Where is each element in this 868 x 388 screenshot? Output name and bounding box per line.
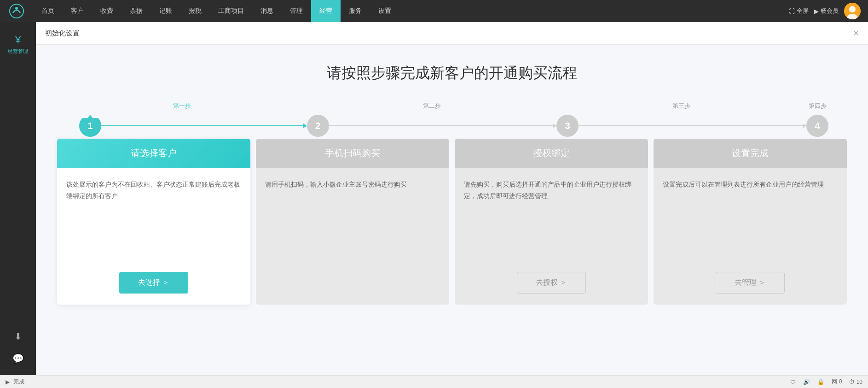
step3-action-button[interactable]: 去授权 ＞ <box>517 272 586 294</box>
download-button[interactable]: ⬇ <box>9 327 27 346</box>
step3-circle: 3 <box>556 115 579 137</box>
nav-invoice[interactable]: 票据 <box>122 0 151 22</box>
left-sidebar: ¥ 经营管理 ⬇ 💬 <box>0 22 36 375</box>
step-card-3: 授权绑定 请先购买，购买后选择开通的产品中的企业用户进行授权绑定，成功后即可进行… <box>455 139 648 305</box>
step-card-4: 设置完成 设置完成后可以在管理列表进行所有企业用户的经营管理 去管理 ＞ <box>654 139 847 305</box>
main-content: 初始化设置 × 请按照步骤完成新客户的开通购买流程 第一步 1 第二步 2 <box>36 22 868 375</box>
play-icon: ▶ <box>814 8 819 15</box>
step4-action-button[interactable]: 去管理 ＞ <box>716 272 785 294</box>
card3-footer: 去授权 ＞ <box>455 272 648 305</box>
nav-business[interactable]: 工商项目 <box>210 0 252 22</box>
top-navigation: 首页 客户 收费 票据 记账 报税 工商项目 消息 管理 经营 服务 设置 ⛶ … <box>0 0 868 22</box>
card3-body: 请先购买，购买后选择开通的产品中的企业用户进行授权绑定，成功后即可进行经营管理 <box>455 168 648 272</box>
download-icon: ⬇ <box>14 331 22 342</box>
step2-label: 第二步 <box>423 102 441 110</box>
nav-manage[interactable]: 管理 <box>282 0 311 22</box>
fullscreen-icon: ⛶ <box>789 8 795 15</box>
card4-header: 设置完成 <box>654 139 847 168</box>
nav-right-actions: ⛶ 全屏 ▶ 畅会员 <box>789 3 861 19</box>
lock-icon: 🔒 <box>817 379 824 385</box>
close-button[interactable]: × <box>853 29 859 38</box>
nav-tax[interactable]: 报税 <box>180 0 210 22</box>
svg-point-1 <box>15 7 18 10</box>
nav-menu: 首页 客户 收费 票据 记账 报税 工商项目 消息 管理 经营 服务 设置 <box>33 0 789 22</box>
app-logo <box>7 2 26 20</box>
shield-icon: 🛡 <box>790 379 796 385</box>
step1-action-button[interactable]: 去选择 ＞ <box>119 272 188 294</box>
nav-bookkeeping[interactable]: 记账 <box>151 0 180 22</box>
fullscreen-button[interactable]: ⛶ 全屏 <box>789 7 809 15</box>
nav-service[interactable]: 服务 <box>341 0 370 22</box>
member-button[interactable]: ▶ 畅会员 <box>814 7 839 15</box>
nav-fee[interactable]: 收费 <box>92 0 122 22</box>
nav-customer[interactable]: 客户 <box>63 0 92 22</box>
user-avatar[interactable] <box>844 3 861 19</box>
network-status: 网 0 <box>832 378 842 386</box>
support-icon: 💬 <box>12 353 24 364</box>
volume-icon: 🔊 <box>803 379 810 385</box>
step-card-2: 手机扫码购买 请用手机扫码，输入小微企业主账号密码进行购买 <box>256 139 449 305</box>
card2-footer <box>256 294 449 305</box>
cards-row: 请选择客户 该处展示的客户为不在回收站、客户状态正常建账后完成老板端绑定的所有客… <box>54 139 850 305</box>
card1-header: 请选择客户 <box>57 139 250 168</box>
sidebar-item-operation[interactable]: ¥ 经营管理 <box>3 29 33 59</box>
step-card-1: 请选择客户 该处展示的客户为不在回收站、客户状态正常建账后完成老板端绑定的所有客… <box>57 139 250 305</box>
svg-point-0 <box>10 4 23 18</box>
card1-footer: 去选择 ＞ <box>57 272 250 305</box>
step3-line <box>579 125 803 126</box>
card4-body: 设置完成后可以在管理列表进行所有企业用户的经营管理 <box>654 168 847 272</box>
step1-circle: 1 <box>79 115 101 137</box>
nav-message[interactable]: 消息 <box>252 0 282 22</box>
card4-footer: 去管理 ＞ <box>654 272 847 305</box>
status-bar-right: 🛡 🔊 🔒 网 0 ⏱ 10 <box>790 378 862 386</box>
play-button[interactable]: ▶ <box>6 379 10 385</box>
card2-body: 请用手机扫码，输入小微企业主账号密码进行购买 <box>256 168 449 294</box>
sidebar-bottom-items: ⬇ 💬 <box>9 327 27 368</box>
step1-line <box>101 125 303 126</box>
page-title: 初始化设置 <box>45 29 80 38</box>
svg-point-3 <box>849 6 856 12</box>
timer-status: ⏱ 10 <box>849 379 862 385</box>
step1-arrow <box>303 123 307 128</box>
status-label: 完成 <box>13 378 24 386</box>
step3-label: 第三步 <box>672 102 690 110</box>
step1-label: 第一步 <box>173 102 191 110</box>
step2-line <box>329 125 553 126</box>
step4-label: 第四步 <box>809 102 827 110</box>
nav-settings[interactable]: 设置 <box>370 0 399 22</box>
step3-arrow <box>803 123 806 128</box>
page-header: 初始化设置 × <box>36 22 868 45</box>
support-button[interactable]: 💬 <box>9 349 27 368</box>
sidebar-item-label: 经营管理 <box>8 48 28 55</box>
step4-circle: 4 <box>806 115 828 137</box>
step2-arrow <box>553 123 556 128</box>
nav-operation[interactable]: 经营 <box>311 0 341 22</box>
card1-body: 该处展示的客户为不在回收站、客户状态正常建账后完成老板端绑定的所有客户 <box>57 168 250 272</box>
status-bar: ▶ 完成 🛡 🔊 🔒 网 0 ⏱ 10 <box>0 375 868 388</box>
card3-header: 授权绑定 <box>455 139 648 168</box>
main-heading: 请按照步骤完成新客户的开通购买流程 <box>54 63 850 83</box>
operation-icon: ¥ <box>15 34 21 46</box>
content-area: 请按照步骤完成新客户的开通购买流程 第一步 1 第二步 2 <box>36 45 868 323</box>
step2-circle: 2 <box>307 115 329 137</box>
nav-home[interactable]: 首页 <box>33 0 63 22</box>
card2-header: 手机扫码购买 <box>256 139 449 168</box>
